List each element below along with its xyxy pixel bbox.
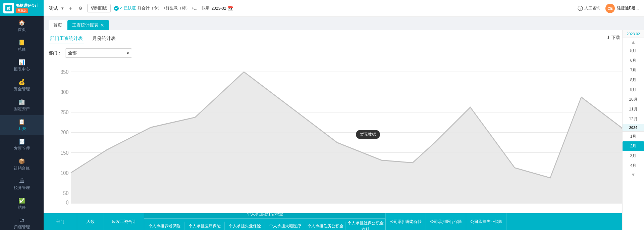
- download-icon: ⬇: [606, 35, 610, 40]
- logo-text: 畅捷通好会计 专业版: [16, 3, 38, 13]
- col-company-unemploy: 公司承担失业保险: [466, 213, 506, 230]
- ledger-icon: 📒: [18, 39, 25, 46]
- date-nov[interactable]: 11月: [623, 104, 644, 114]
- col-personal-total: 个人承担社保公积金合计: [345, 219, 386, 230]
- svg-text:50: 50: [63, 190, 68, 196]
- invoice-label: 发票管理: [14, 146, 30, 151]
- dept-select[interactable]: 全部 ▾: [65, 48, 132, 58]
- date-aug[interactable]: 8月: [623, 75, 644, 85]
- add-button[interactable]: +: [67, 5, 74, 12]
- sidebar-logo: 财 畅捷通好会计 专业版: [0, 0, 44, 16]
- sidebar-item-home[interactable]: 🏠 首页: [0, 16, 44, 36]
- sidebar-item-payroll[interactable]: 📋 工资: [0, 115, 44, 135]
- switch-version-button[interactable]: 切到旧版: [87, 4, 111, 12]
- chart-area: 350 300 250 200 150 100 50 0: [44, 62, 644, 213]
- download-button[interactable]: ⬇ 下载: [606, 35, 620, 41]
- date-jun[interactable]: 6月: [623, 56, 644, 65]
- date-feb-2024[interactable]: 2月: [623, 141, 644, 151]
- funds-icon: 💰: [18, 79, 25, 85]
- sales-label: 进销台账: [14, 166, 30, 171]
- sub-tab-bar: 部门工资统计表 月份统计表 ⬇ 下载 ↻ 刷新: [44, 30, 644, 44]
- tab-bar: 首页 工资统计报表 ✕: [44, 17, 644, 30]
- main-content: 测试 ▾ + ⚙ 切到旧版 ✓ 已认证 好会计（专）: [44, 0, 644, 230]
- date-sep[interactable]: 9月: [623, 85, 644, 95]
- account-status: ✓ 已认证 好会计（专） +好生意（标） +... 账期 2023-02 📅: [114, 5, 233, 11]
- company-dropdown[interactable]: ▾: [61, 6, 64, 11]
- calendar-icon[interactable]: 📅: [228, 6, 233, 11]
- sidebar-item-reports[interactable]: 📊 报表中心: [0, 56, 44, 76]
- invoice-icon: 🧾: [18, 138, 25, 145]
- status-good: 好会计（专）: [138, 5, 162, 11]
- subtab-monthly[interactable]: 月份统计表: [91, 34, 117, 44]
- tab-home[interactable]: 首页: [49, 20, 67, 30]
- tab-payroll-stats[interactable]: 工资统计报表 ✕: [67, 20, 109, 30]
- date-panel: 2023.02 ▲ 5月 6月 7月 8月 9月 10月 11月 12月 202…: [622, 30, 644, 230]
- date-panel-year-2024: 2024: [623, 124, 644, 132]
- sidebar-item-settle[interactable]: ✅ 结账: [0, 194, 44, 214]
- user-name: 轻捷通B迅...: [617, 5, 639, 11]
- sidebar-item-archive[interactable]: 🗂 归档管理: [0, 214, 44, 230]
- user-profile[interactable]: CE 轻捷通B迅...: [605, 4, 639, 13]
- svg-text:200: 200: [60, 130, 69, 136]
- col-group-personal: 个人承担社保公积金 个人承担养老保险 个人承担医疗保险 个人承担失业保险 个人承…: [144, 213, 386, 230]
- period-value: 2023-02: [211, 6, 226, 11]
- svg-text:?: ?: [579, 7, 581, 10]
- home-icon: 🏠: [18, 19, 25, 26]
- payroll-label: 工资: [18, 126, 26, 132]
- col-group-personal-header: 个人承担社保公积金: [144, 213, 385, 219]
- logo-icon: 财: [3, 3, 14, 13]
- settle-icon: ✅: [18, 197, 25, 204]
- date-oct[interactable]: 10月: [623, 95, 644, 104]
- date-panel-year: 2023.02: [623, 30, 644, 38]
- period-label: 账期: [202, 5, 210, 11]
- col-personal-housing: 个人承担住房公积金: [305, 222, 345, 230]
- date-jan-2024[interactable]: 1月: [623, 132, 644, 141]
- sidebar-item-assets[interactable]: 🏢 固定资产: [0, 95, 44, 115]
- status-more: +...: [192, 6, 197, 11]
- reports-label: 报表中心: [14, 66, 30, 72]
- settle-label: 结账: [18, 205, 26, 211]
- logo-badge: 专业版: [16, 8, 28, 13]
- archive-label: 归档管理: [14, 224, 30, 230]
- settings-button[interactable]: ⚙: [77, 5, 84, 12]
- sidebar-item-sales[interactable]: 📦 进销台账: [0, 155, 44, 175]
- sidebar-item-invoice[interactable]: 🧾 发票管理: [0, 135, 44, 155]
- col-group-personal-cells: 个人承担养老保险 个人承担医疗保险 个人承担失业保险 个人承担大额医疗 个人承担…: [144, 219, 385, 230]
- svg-marker-21: [71, 72, 635, 203]
- date-mar-2024[interactable]: 3月: [623, 151, 644, 161]
- sidebar-item-funds[interactable]: 💰 资金管理: [0, 76, 44, 95]
- svg-text:350: 350: [60, 69, 69, 75]
- col-personal-medical: 个人承担医疗保险: [184, 222, 225, 230]
- col-dept: 部门: [44, 213, 77, 230]
- col-total-salary: 应发工资合计: [104, 213, 144, 230]
- date-jul[interactable]: 7月: [623, 65, 644, 75]
- col-company-pension: 公司承担养老保险: [386, 213, 426, 230]
- topbar: 测试 ▾ + ⚙ 切到旧版 ✓ 已认证 好会计（专）: [44, 0, 644, 17]
- select-arrow-icon: ▾: [127, 51, 129, 56]
- svg-text:250: 250: [60, 109, 69, 115]
- col-personal-major-medical: 个人承担大额医疗: [265, 222, 305, 230]
- date-dec[interactable]: 12月: [623, 114, 644, 124]
- tax-icon: 🏛: [19, 178, 24, 184]
- certified-badge: ✓ 已认证: [114, 5, 136, 11]
- date-next-button[interactable]: ▼: [630, 171, 637, 179]
- sidebar-nav: 🏠 首页 📒 总账 📊 报表中心 💰 资金管理 🏢 固定资产 📋 工资 🧾 发票…: [0, 16, 44, 230]
- help-button[interactable]: ? 人工咨询: [578, 5, 600, 11]
- svg-text:财: 财: [7, 6, 11, 10]
- tab-close-icon[interactable]: ✕: [100, 22, 104, 28]
- dept-filter-label: 部门：: [49, 50, 62, 56]
- svg-text:300: 300: [60, 89, 69, 95]
- home-label: 首页: [18, 27, 26, 33]
- archive-icon: 🗂: [19, 217, 24, 223]
- subtab-dept[interactable]: 部门工资统计表: [49, 34, 84, 44]
- status-business: +好生意（标）: [163, 5, 190, 11]
- sales-icon: 📦: [18, 158, 25, 165]
- date-may[interactable]: 5月: [623, 46, 644, 56]
- payroll-icon: 📋: [18, 119, 25, 125]
- company-name: 测试: [49, 5, 58, 11]
- sidebar-item-tax[interactable]: 🏛 税务管理: [0, 175, 44, 194]
- sidebar: 财 畅捷通好会计 专业版 🏠 首页 📒 总账 📊 报表中心 💰 资金管理 🏢 固…: [0, 0, 44, 230]
- date-apr-2024[interactable]: 4月: [623, 161, 644, 171]
- sidebar-item-ledger[interactable]: 📒 总账: [0, 36, 44, 56]
- date-prev-button[interactable]: ▲: [630, 38, 637, 46]
